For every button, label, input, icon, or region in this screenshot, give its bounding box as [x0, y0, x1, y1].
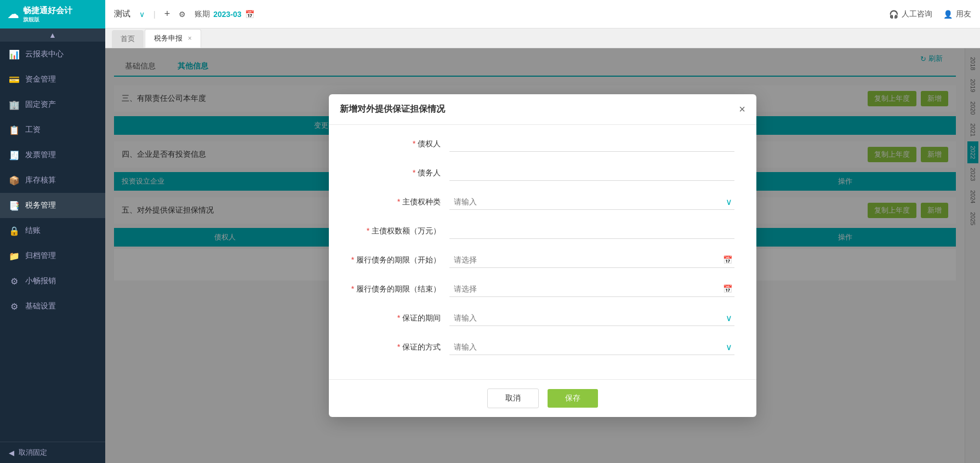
claim-type-chevron-down-icon[interactable]: ∨ [726, 197, 734, 207]
guarantee-period-required: * [397, 313, 400, 322]
add-icon[interactable]: + [164, 8, 170, 20]
logo-icon: ☁ [8, 8, 19, 21]
sidebar-item-invoice-mgmt[interactable]: 🧾 发票管理 [0, 142, 105, 168]
gear-icon[interactable]: ⚙ [179, 10, 186, 19]
period-label: 账期 [195, 9, 210, 19]
modal-dialog: 新增对外提供保证担保情况 × * 债权人 [329, 94, 756, 417]
guarantee-method-required: * [397, 342, 400, 351]
tab-home[interactable]: 首页 [112, 30, 144, 48]
calendar-icon[interactable]: 📅 [245, 10, 254, 19]
modal-title: 新增对外提供保证担保情况 [340, 104, 445, 115]
form-row-guarantee-method: * 保证的方式 ∨ [351, 339, 734, 355]
sidebar-bottom-action[interactable]: ◀ 取消固定 [0, 442, 105, 463]
debtor-input[interactable] [449, 165, 734, 181]
debtor-label-text: 债务人 [418, 168, 441, 177]
creditor-required: * [413, 139, 415, 148]
main-area: 测试 ∨ | + ⚙ 账期 2023-03 📅 🎧 人工咨询 👤 用友 [105, 0, 980, 463]
sidebar-item-fixed-assets[interactable]: 🏢 固定资产 [0, 92, 105, 117]
sidebar-item-closing[interactable]: 🔒 结账 [0, 218, 105, 243]
sidebar: ☁ 畅捷通好会计 旗舰版 ▲ 📊 云报表中心 💳 资金管理 🏢 固定资产 📋 [0, 0, 105, 463]
sidebar-item-tax-mgmt[interactable]: 📑 税务管理 [0, 193, 105, 218]
invoice-icon: 🧾 [9, 150, 20, 161]
guarantee-period-select-wrapper: ∨ [449, 310, 734, 326]
support-label: 人工咨询 [902, 9, 932, 19]
period-start-calendar-icon[interactable]: 📅 [723, 255, 734, 264]
claim-type-input[interactable] [449, 194, 726, 209]
guarantee-period-label: * 保证的期间 [351, 313, 449, 323]
sidebar-item-payroll[interactable]: 📋 工资 [0, 117, 105, 142]
sidebar-item-label: 固定资产 [25, 100, 56, 110]
period-start-label: * 履行债务的期限（开始） [351, 255, 449, 265]
guarantee-method-label: * 保证的方式 [351, 342, 449, 352]
sidebar-item-cloud-reports[interactable]: 📊 云报表中心 [0, 42, 105, 67]
xiaochang-icon: ⚙ [9, 276, 20, 287]
guarantee-method-input[interactable] [449, 339, 726, 355]
period-start-date-wrapper: 📅 [449, 252, 734, 268]
period-end-label-text: 履行债务的期限（结束） [356, 284, 441, 293]
payroll-icon: 📋 [9, 124, 20, 135]
closing-icon: 🔒 [9, 225, 20, 236]
chevron-down-icon[interactable]: ∨ [139, 10, 145, 19]
app-name: 畅捷通好会计 [23, 5, 72, 16]
sidebar-item-label: 库存核算 [25, 175, 56, 185]
sidebar-item-label: 云报表中心 [25, 49, 64, 59]
topbar-divider: | [153, 10, 156, 19]
guarantee-period-input[interactable] [449, 310, 726, 325]
company-name: 测试 [114, 9, 130, 19]
tab-tax-report-label: 税务申报 [154, 34, 183, 42]
topbar-right: 🎧 人工咨询 👤 用友 [889, 9, 971, 19]
modal-header: 新增对外提供保证担保情况 × [329, 94, 756, 125]
save-button[interactable]: 保存 [548, 389, 598, 408]
period-start-input[interactable] [449, 252, 723, 267]
modal-close-btn[interactable]: × [739, 103, 745, 116]
sidebar-item-label: 税务管理 [25, 201, 56, 210]
topbar: 测试 ∨ | + ⚙ 账期 2023-03 📅 🎧 人工咨询 👤 用友 [105, 0, 980, 28]
creditor-input[interactable] [449, 136, 734, 152]
sidebar-item-label: 小畅报销 [25, 276, 56, 286]
period-end-date-wrapper: 📅 [449, 281, 734, 297]
claim-amount-input[interactable] [449, 223, 734, 239]
topbar-period: 账期 2023-03 📅 [195, 9, 254, 19]
period-end-input[interactable] [449, 281, 723, 296]
sidebar-item-inventory[interactable]: 📦 库存核算 [0, 168, 105, 193]
user-btn[interactable]: 👤 用友 [943, 9, 971, 19]
tab-tax-report-close[interactable]: × [188, 35, 192, 42]
guarantee-period-label-text: 保证的期间 [402, 313, 441, 322]
claim-amount-required: * [367, 226, 369, 235]
fixed-assets-icon: 🏢 [9, 99, 20, 110]
creditor-label: * 债权人 [351, 139, 449, 149]
sidebar-item-label: 工资 [25, 125, 41, 135]
support-btn[interactable]: 🎧 人工咨询 [889, 9, 932, 19]
user-label: 用友 [956, 9, 971, 19]
modal-overlay: 新增对外提供保证担保情况 × * 债权人 [105, 48, 980, 463]
sidebar-item-label: 资金管理 [25, 75, 56, 84]
modal-body[interactable]: * 债权人 * 债务人 [329, 125, 756, 379]
guarantee-period-chevron-down-icon[interactable]: ∨ [726, 313, 734, 323]
period-end-calendar-icon[interactable]: 📅 [723, 284, 734, 293]
user-icon: 👤 [943, 10, 953, 19]
claim-type-required: * [397, 197, 400, 206]
sidebar-back-icon: ◀ [9, 449, 14, 457]
sidebar-scroll-up[interactable]: ▲ [0, 28, 105, 42]
sidebar-logo: ☁ 畅捷通好会计 旗舰版 [0, 0, 105, 28]
form-row-creditor: * 债权人 [351, 136, 734, 152]
fund-mgmt-icon: 💳 [9, 74, 20, 85]
cancel-button[interactable]: 取消 [487, 388, 539, 408]
claim-amount-label-text: 主债权数额（万元） [372, 226, 441, 235]
guarantee-method-label-text: 保证的方式 [402, 342, 441, 351]
sidebar-item-label: 归档管理 [25, 251, 56, 261]
modal-footer: 取消 保存 [329, 379, 756, 417]
sidebar-item-basic-settings[interactable]: ⚙ 基础设置 [0, 294, 105, 319]
content-area: ↻ 刷新 基础信息 其他信息 三、有限责任公司本年度 复制上年度 [105, 48, 980, 463]
claim-type-label-text: 主债权种类 [402, 197, 441, 206]
tab-home-label: 首页 [121, 35, 135, 43]
claim-type-label: * 主债权种类 [351, 197, 449, 207]
headset-icon: 🎧 [889, 10, 898, 19]
guarantee-method-chevron-down-icon[interactable]: ∨ [726, 342, 734, 352]
sidebar-item-archive-mgmt[interactable]: 📁 归档管理 [0, 243, 105, 268]
sidebar-item-xiaochang-reports[interactable]: ⚙ 小畅报销 [0, 268, 105, 294]
form-row-period-end: * 履行债务的期限（结束） 📅 [351, 281, 734, 297]
sidebar-item-fund-mgmt[interactable]: 💳 资金管理 [0, 67, 105, 92]
tab-tax-report[interactable]: 税务申报 × [145, 29, 201, 48]
basic-settings-icon: ⚙ [9, 301, 20, 312]
